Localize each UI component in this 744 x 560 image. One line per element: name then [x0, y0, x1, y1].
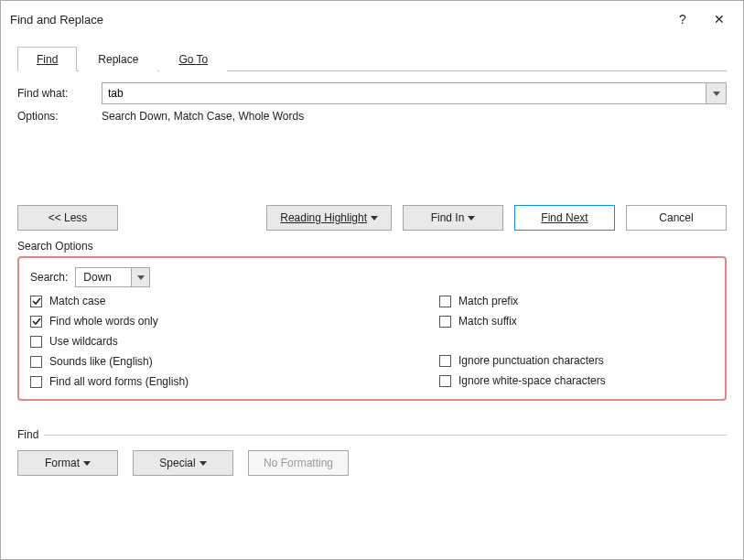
search-options-title: Search Options	[17, 240, 727, 253]
checkbox-match-suffix[interactable]: Match suffix	[439, 315, 714, 328]
options-text: Search Down, Match Case, Whole Words	[102, 110, 304, 123]
cancel-button[interactable]: Cancel	[626, 205, 727, 231]
no-formatting-button: No Formatting	[248, 450, 349, 476]
find-what-input[interactable]	[102, 83, 706, 103]
checkbox-ignore-punctuation[interactable]: Ignore punctuation characters	[439, 354, 714, 367]
close-button[interactable]: ✕	[701, 8, 738, 30]
find-what-dropdown[interactable]	[706, 83, 726, 103]
find-next-button[interactable]: Find Next	[514, 205, 615, 231]
format-button[interactable]: Format	[17, 450, 118, 476]
dropdown-icon	[468, 211, 475, 224]
search-direction-select[interactable]: Down	[75, 267, 150, 287]
tab-find[interactable]: Find	[17, 47, 77, 71]
chevron-down-icon	[131, 268, 149, 286]
find-what-combo[interactable]	[102, 82, 727, 104]
checkbox-word-forms[interactable]: Find all word forms (English)	[30, 375, 439, 388]
less-button[interactable]: << Less	[17, 205, 118, 231]
divider	[44, 435, 727, 436]
search-direction-label: Search:	[30, 271, 68, 284]
dropdown-icon	[371, 211, 378, 224]
search-options-box: Search: Down Match case Find whole words…	[17, 256, 727, 401]
find-group-label: Find	[17, 428, 38, 441]
reading-highlight-button[interactable]: Reading Highlight	[266, 205, 392, 231]
dialog-title: Find and Replace	[10, 13, 664, 27]
dropdown-icon	[199, 457, 207, 469]
checkbox-ignore-whitespace[interactable]: Ignore white-space characters	[439, 374, 714, 387]
help-button[interactable]: ?	[664, 8, 701, 30]
tab-goto[interactable]: Go To	[159, 47, 227, 71]
find-what-label: Find what:	[17, 87, 102, 100]
checkbox-match-case[interactable]: Match case	[30, 295, 439, 307]
dropdown-icon	[83, 457, 91, 469]
checkbox-sounds-like[interactable]: Sounds like (English)	[30, 355, 439, 368]
tab-replace[interactable]: Replace	[79, 47, 157, 71]
special-button[interactable]: Special	[133, 450, 233, 476]
checkbox-whole-words[interactable]: Find whole words only	[30, 315, 439, 328]
checkbox-match-prefix[interactable]: Match prefix	[439, 295, 714, 307]
find-in-button[interactable]: Find In	[403, 205, 503, 231]
checkbox-wildcards[interactable]: Use wildcards	[30, 335, 439, 348]
options-label: Options:	[17, 110, 102, 123]
